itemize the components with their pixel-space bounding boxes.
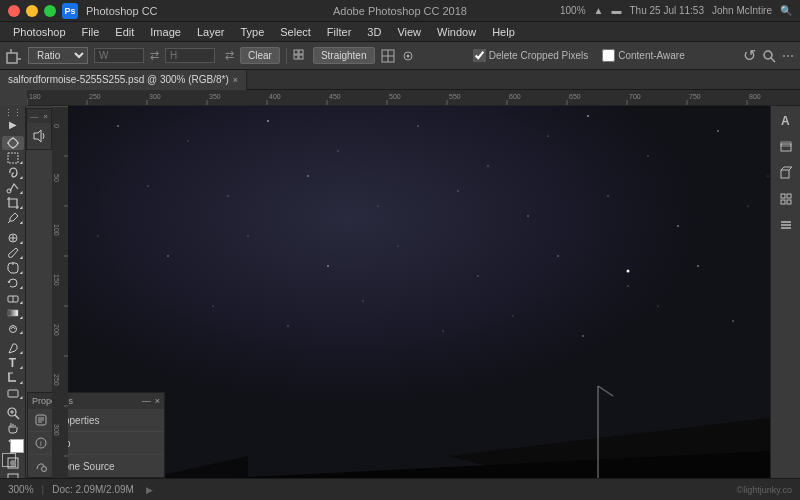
panel-bars-icon[interactable] bbox=[775, 214, 797, 236]
eraser-tool[interactable] bbox=[2, 291, 24, 305]
menu-select[interactable]: Select bbox=[273, 25, 318, 39]
svg-point-114 bbox=[658, 306, 659, 307]
minimize-button[interactable] bbox=[26, 5, 38, 17]
svg-rect-0 bbox=[7, 53, 17, 63]
svg-rect-61 bbox=[52, 106, 68, 478]
svg-point-93 bbox=[457, 190, 458, 191]
play-icon[interactable]: ▶ bbox=[2, 119, 24, 130]
svg-point-104 bbox=[557, 255, 558, 256]
properties-item-clone[interactable]: Clone Source bbox=[28, 455, 164, 477]
ratio-select[interactable]: Ratio bbox=[28, 47, 88, 64]
menu-layer[interactable]: Layer bbox=[190, 25, 232, 39]
svg-text:700: 700 bbox=[629, 93, 641, 100]
dodge-tool[interactable] bbox=[2, 321, 24, 335]
delete-cropped-checkbox[interactable]: Delete Cropped Pixels bbox=[473, 49, 589, 62]
svg-point-101 bbox=[327, 265, 329, 267]
svg-line-13 bbox=[771, 58, 775, 62]
menu-image[interactable]: Image bbox=[143, 25, 188, 39]
properties-item-properties[interactable]: Properties bbox=[28, 409, 164, 431]
canvas-image bbox=[68, 106, 770, 478]
svg-point-103 bbox=[477, 275, 478, 276]
type-tool[interactable]: T bbox=[2, 356, 24, 370]
height-input[interactable] bbox=[165, 48, 215, 63]
tab-close-button[interactable]: × bbox=[233, 75, 238, 85]
screen-mode-button[interactable] bbox=[2, 471, 24, 478]
panel-text-icon[interactable]: A bbox=[775, 110, 797, 132]
search-icon[interactable]: 🔍 bbox=[780, 5, 792, 16]
menu-help[interactable]: Help bbox=[485, 25, 522, 39]
panel-3d-icon[interactable] bbox=[775, 162, 797, 184]
crop-tool[interactable] bbox=[2, 196, 24, 210]
swap-icon[interactable]: ⇄ bbox=[150, 49, 159, 62]
background-color[interactable] bbox=[10, 439, 24, 453]
svg-point-81 bbox=[338, 151, 339, 152]
svg-text:400: 400 bbox=[269, 93, 281, 100]
status-arrow: ▶ bbox=[146, 485, 153, 495]
app-name: Photoshop CC bbox=[86, 5, 158, 17]
svg-line-43 bbox=[8, 221, 10, 223]
status-copyright: ©lightjunky.co bbox=[737, 485, 793, 495]
more-options-icon[interactable]: ⋯ bbox=[782, 49, 794, 63]
svg-point-12 bbox=[764, 51, 772, 59]
quick-mask-button[interactable] bbox=[2, 456, 24, 470]
svg-point-92 bbox=[378, 206, 379, 207]
svg-rect-3 bbox=[294, 50, 298, 54]
search-icon[interactable] bbox=[762, 49, 776, 63]
maximize-button[interactable] bbox=[44, 5, 56, 17]
lasso-tool[interactable] bbox=[2, 166, 24, 180]
svg-point-109 bbox=[287, 325, 288, 326]
swap2-icon[interactable]: ⇄ bbox=[225, 49, 234, 62]
panel-layer-icon[interactable] bbox=[775, 136, 797, 158]
properties-collapse[interactable]: — bbox=[142, 396, 151, 406]
panel-grid-icon[interactable] bbox=[775, 188, 797, 210]
path-select-tool[interactable] bbox=[2, 371, 24, 385]
tool-options-icon[interactable]: ⋮⋮ bbox=[2, 108, 24, 118]
marquee-tool[interactable] bbox=[2, 151, 24, 165]
properties-item-info[interactable]: i Info bbox=[28, 432, 164, 454]
properties-close[interactable]: × bbox=[155, 396, 160, 406]
svg-text:i: i bbox=[40, 439, 42, 448]
menu-file[interactable]: File bbox=[75, 25, 107, 39]
pen-tool[interactable] bbox=[2, 341, 24, 355]
clone-stamp-tool[interactable] bbox=[2, 261, 24, 275]
audio-tool[interactable] bbox=[28, 125, 50, 147]
shape-tool[interactable] bbox=[2, 386, 24, 400]
canvas-content[interactable] bbox=[68, 106, 770, 478]
svg-point-113 bbox=[582, 335, 583, 336]
content-aware-checkbox[interactable]: Content-Aware bbox=[602, 49, 685, 62]
zoom-tool[interactable] bbox=[2, 406, 24, 420]
brush-tool[interactable] bbox=[2, 246, 24, 260]
move-tool[interactable] bbox=[2, 136, 24, 150]
svg-rect-14 bbox=[27, 90, 800, 105]
hand-tool[interactable] bbox=[2, 421, 24, 435]
properties-header: Properties — × bbox=[28, 393, 164, 409]
gradient-tool[interactable] bbox=[2, 306, 24, 320]
healing-brush-tool[interactable] bbox=[2, 231, 24, 245]
crop-options-icon bbox=[6, 48, 22, 64]
menu-type[interactable]: Type bbox=[233, 25, 271, 39]
menu-3d[interactable]: 3D bbox=[360, 25, 388, 39]
doc-tab[interactable]: salfordformoise-5255S255.psd @ 300% (RGB… bbox=[0, 70, 247, 90]
svg-point-96 bbox=[677, 225, 679, 227]
menu-photoshop[interactable]: Photoshop bbox=[6, 25, 73, 39]
menu-view[interactable]: View bbox=[390, 25, 428, 39]
menu-edit[interactable]: Edit bbox=[108, 25, 141, 39]
svg-text:450: 450 bbox=[329, 93, 341, 100]
quick-select-tool[interactable] bbox=[2, 181, 24, 195]
svg-rect-77 bbox=[68, 106, 770, 478]
menu-window[interactable]: Window bbox=[430, 25, 483, 39]
svg-rect-129 bbox=[787, 194, 791, 198]
svg-text:250: 250 bbox=[89, 93, 101, 100]
undo-icon[interactable]: ↺ bbox=[743, 46, 756, 65]
menu-filter[interactable]: Filter bbox=[320, 25, 358, 39]
width-input[interactable] bbox=[94, 48, 144, 63]
clear-button[interactable]: Clear bbox=[240, 47, 280, 64]
svg-text:200: 200 bbox=[53, 324, 60, 336]
eyedropper-tool[interactable] bbox=[2, 211, 24, 225]
svg-text:750: 750 bbox=[689, 93, 701, 100]
straighten-button[interactable]: Straighten bbox=[313, 47, 375, 64]
svg-rect-122 bbox=[781, 144, 791, 151]
titlebar-right: 100% ▲ ▬ Thu 25 Jul 11:53 John McIntire … bbox=[560, 5, 792, 16]
history-brush-tool[interactable] bbox=[2, 276, 24, 290]
close-button[interactable] bbox=[8, 5, 20, 17]
